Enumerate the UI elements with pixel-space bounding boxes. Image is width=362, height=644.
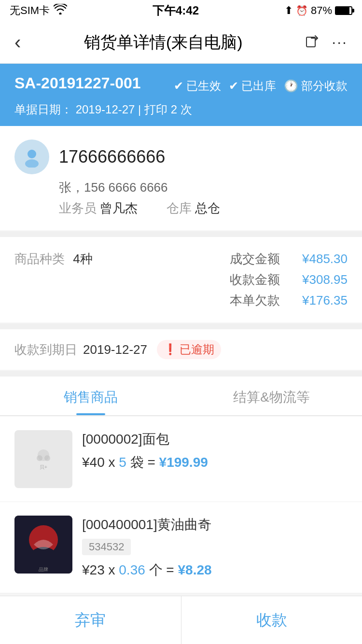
nav-left: ‹: [14, 31, 21, 53]
back-button[interactable]: ‹: [14, 31, 21, 53]
collect-payment-button[interactable]: 收款: [181, 596, 362, 644]
product-thumb-2: 品牌: [14, 516, 72, 574]
status-time: 下午4:42: [153, 3, 199, 18]
summary-left: 商品种类 4种: [14, 251, 93, 267]
product-total-2: ¥8.28: [178, 562, 211, 577]
product-sku-2: 534532: [82, 539, 131, 555]
battery-icon: [335, 6, 352, 15]
debt-value: ¥176.35: [290, 293, 348, 308]
abandon-review-button[interactable]: 弃审: [0, 596, 181, 644]
page-title: 销货单详情(来自电脑): [84, 31, 243, 54]
divider-1: [0, 231, 362, 237]
status-left: 无SIM卡: [10, 3, 67, 18]
order-date-row: 单据日期： 2019-12-27 | 打印 2 次: [14, 102, 348, 117]
nav-bar: ‹ 销货单详情(来自电脑) ···: [0, 21, 362, 64]
more-icon[interactable]: ···: [332, 33, 348, 51]
tab-settlement[interactable]: 结算&物流等: [181, 377, 362, 415]
list-item: 品牌 [000400001]黄油曲奇 534532 ¥23 x 0.36 个 =…: [0, 502, 362, 593]
customer-row: 17666666666: [14, 140, 348, 174]
product-list: 贝+ [0000002]面包 ¥40 x 5 袋 = ¥199.99: [0, 417, 362, 593]
check-icon-2: ✔: [229, 79, 238, 93]
amount-value: ¥485.30: [290, 252, 348, 266]
location-icon: ⬆: [284, 4, 293, 17]
wifi-icon: [54, 4, 67, 17]
product-qty-2: 0.36: [119, 562, 145, 577]
share-icon[interactable]: [306, 33, 320, 51]
tab-products[interactable]: 销售商品: [0, 377, 181, 415]
svg-point-2: [25, 159, 39, 168]
avatar: [14, 140, 49, 174]
product-qty-1: 5: [119, 455, 126, 470]
tabs-bar: 销售商品 结算&物流等: [0, 377, 362, 416]
status-bar: 无SIM卡 下午4:42 ⬆ ⏰ 87%: [0, 0, 362, 21]
product-info-1: [0000002]面包 ¥40 x 5 袋 = ¥199.99: [82, 430, 348, 472]
status-shipped: ✔ 已出库: [229, 78, 276, 94]
received-value: ¥308.95: [290, 272, 348, 287]
divider-3: [0, 371, 362, 377]
customer-name: 张，156 6666 6666: [59, 179, 348, 196]
customer-meta: 业务员 曾凡杰 仓库 总仓: [59, 200, 348, 217]
product-total-1: ¥199.99: [159, 455, 208, 470]
svg-point-5: [44, 455, 50, 461]
product-thumb-1: 贝+: [14, 430, 72, 488]
battery-percent: 87%: [311, 4, 332, 17]
svg-point-1: [28, 150, 36, 158]
divider-2: [0, 323, 362, 329]
product-price-1: ¥40 x 5 袋 = ¥199.99: [82, 453, 348, 472]
bottom-bar: 弃审 收款: [0, 596, 362, 644]
customer-section: 17666666666 张，156 6666 6666 业务员 曾凡杰 仓库 总…: [0, 126, 362, 230]
customer-phone: 17666666666: [59, 147, 165, 167]
due-date-section: 收款到期日 2019-12-27 ❗ 已逾期: [0, 329, 362, 370]
order-id: SA-20191227-001: [14, 74, 141, 92]
svg-point-4: [37, 455, 42, 461]
sales-info: 业务员 曾凡杰: [59, 200, 138, 217]
overdue-icon: ❗: [164, 343, 177, 356]
product-price-2: ¥23 x 0.36 个 = ¥8.28: [82, 561, 348, 579]
due-date-label: 收款到期日: [14, 341, 77, 358]
alarm-icon: ⏰: [296, 5, 308, 16]
warehouse-info: 仓库 总仓: [167, 200, 220, 217]
nav-right: ···: [306, 33, 348, 51]
summary-amount-row: 成交金额 ¥485.30: [230, 251, 348, 267]
product-name-1: [0000002]面包: [82, 430, 348, 448]
overdue-badge: ❗ 已逾期: [157, 340, 221, 359]
product-info-2: [000400001]黄油曲奇 534532 ¥23 x 0.36 个 = ¥8…: [82, 516, 348, 579]
order-status-row: ✔ 已生效 ✔ 已出库 🕐 部分收款: [174, 78, 348, 94]
summary-section: 商品种类 4种 成交金额 ¥485.30 收款金额 ¥308.95 本单欠款 ¥…: [0, 237, 362, 322]
list-item: 贝+ [0000002]面包 ¥40 x 5 袋 = ¥199.99: [0, 417, 362, 502]
summary-debt-row: 本单欠款 ¥176.35: [230, 292, 348, 309]
order-header: SA-20191227-001 ✔ 已生效 ✔ 已出库 🕐 部分收款 单据日期：…: [0, 64, 362, 126]
status-effective: ✔ 已生效: [174, 78, 221, 94]
overdue-label: 已逾期: [180, 342, 214, 357]
svg-text:品牌: 品牌: [39, 567, 48, 572]
carrier-label: 无SIM卡: [10, 3, 50, 18]
product-name-2: [000400001]黄油曲奇: [82, 516, 348, 534]
summary-received-row: 收款金额 ¥308.95: [230, 271, 348, 288]
summary-right: 成交金额 ¥485.30 收款金额 ¥308.95 本单欠款 ¥176.35: [230, 251, 348, 309]
status-partial-payment: 🕐 部分收款: [284, 78, 348, 94]
check-icon-1: ✔: [174, 79, 183, 93]
clock-icon: 🕐: [284, 79, 298, 93]
status-right: ⬆ ⏰ 87%: [284, 4, 352, 17]
due-date-value: 2019-12-27: [83, 342, 147, 357]
svg-text:贝+: 贝+: [40, 464, 47, 470]
